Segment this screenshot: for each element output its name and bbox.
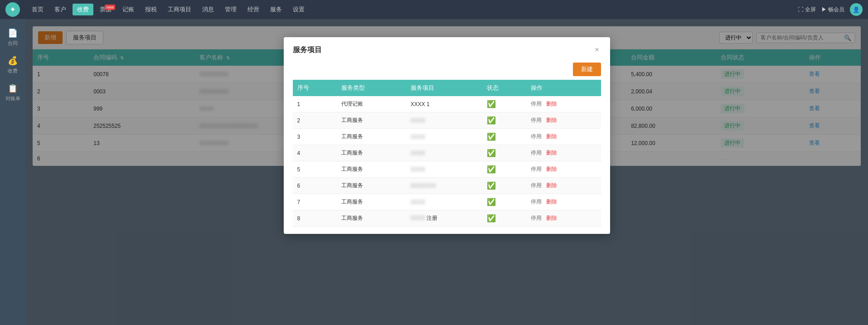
service-modal: 服务项目 × 新建 序号 服务类型 服务项目 状态 <box>284 37 610 234</box>
modal-cell-status: ✅ <box>482 145 527 161</box>
nav-operation[interactable]: 经营 <box>243 4 264 15</box>
modal-cell-type: 工商服务 <box>337 129 406 145</box>
sidebar-item-statement[interactable]: 📋 对账单 <box>0 80 25 106</box>
layout: 📄 合同 💰 收费 📋 对账单 新增 服务项目 进行中 已完成 已取消 <box>0 19 868 325</box>
stop-button[interactable]: 停用 <box>531 199 542 205</box>
stop-button[interactable]: 停用 <box>531 117 542 123</box>
delete-button[interactable]: 删除 <box>546 215 557 221</box>
nav-manage[interactable]: 管理 <box>220 4 241 15</box>
delete-button[interactable]: 删除 <box>546 101 557 107</box>
stop-button[interactable]: 停用 <box>531 215 542 221</box>
modal-cell-seq: 5 <box>293 161 337 178</box>
modal-col-type: 服务类型 <box>337 80 406 96</box>
nav-home[interactable]: 首页 <box>27 4 48 15</box>
modal-cell-item: XXXX 1 <box>406 96 482 112</box>
modal-cell-seq: 7 <box>293 194 337 210</box>
modal-cell-type: 代理记账 <box>337 96 406 112</box>
member-btn[interactable]: ▶ 畅会员 <box>821 6 844 14</box>
nav-items: 首页 客户 收费 票据new 记账 报税 工商项目 消息 管理 经营 服务 设置 <box>27 4 798 15</box>
new-badge: new <box>105 5 115 10</box>
modal-table-row: 8 工商服务 XXXX 注册 ✅ 停用 删除 <box>293 210 601 227</box>
main-content: 新增 服务项目 进行中 已完成 已取消 🔍 <box>25 19 868 325</box>
delete-button[interactable]: 删除 <box>546 133 557 140</box>
modal-cell-action: 停用 删除 <box>526 112 601 129</box>
modal-cell-type: 工商服务 <box>337 112 406 129</box>
modal-table-row: 5 工商服务 XXXX ✅ 停用 删除 <box>293 161 601 178</box>
modal-new-button[interactable]: 新建 <box>573 63 601 76</box>
nav-bizproject[interactable]: 工商项目 <box>163 4 196 15</box>
modal-cell-status: ✅ <box>482 178 527 194</box>
modal-cell-item: XXXX <box>406 129 482 145</box>
modal-table-row: 3 工商服务 XXXX ✅ 停用 删除 <box>293 129 601 145</box>
nav-right: ⛶ 全屏 ▶ 畅会员 👤 <box>798 3 863 16</box>
nav-client[interactable]: 客户 <box>50 4 71 15</box>
delete-button[interactable]: 删除 <box>546 117 557 123</box>
modal-cell-item: XXXX <box>406 161 482 178</box>
nav-service[interactable]: 服务 <box>266 4 286 15</box>
modal-toolbar: 新建 <box>284 59 610 80</box>
contract-icon: 📄 <box>8 28 18 38</box>
modal-col-seq: 序号 <box>293 80 337 96</box>
stop-button[interactable]: 停用 <box>531 150 542 156</box>
stop-button[interactable]: 停用 <box>531 166 542 172</box>
modal-col-item: 服务项目 <box>406 80 482 96</box>
modal-cell-type: 工商服务 <box>337 145 406 161</box>
modal-cell-item: XXXXXXX <box>406 178 482 194</box>
nav-settings[interactable]: 设置 <box>288 4 309 15</box>
modal-cell-action: 停用 删除 <box>526 178 601 194</box>
sidebar-item-contract[interactable]: 📄 合同 <box>0 24 25 50</box>
app-logo: ✦ <box>5 2 20 17</box>
modal-body: 序号 服务类型 服务项目 状态 操作 1 代理记账 XXXX 1 ✅ 停用 删除 <box>284 80 610 234</box>
delete-button[interactable]: 删除 <box>546 182 557 189</box>
delete-button[interactable]: 删除 <box>546 166 557 172</box>
stop-button[interactable]: 停用 <box>531 182 542 189</box>
stop-button[interactable]: 停用 <box>531 101 542 107</box>
nav-tax[interactable]: 报税 <box>141 4 161 15</box>
modal-cell-seq: 3 <box>293 129 337 145</box>
service-items-table: 序号 服务类型 服务项目 状态 操作 1 代理记账 XXXX 1 ✅ 停用 删除 <box>293 80 601 227</box>
modal-cell-type: 工商服务 <box>337 194 406 210</box>
modal-cell-type: 工商服务 <box>337 161 406 178</box>
modal-cell-item: XXXX <box>406 194 482 210</box>
modal-cell-status: ✅ <box>482 194 527 210</box>
billing-icon: 💰 <box>8 56 18 66</box>
stop-button[interactable]: 停用 <box>531 133 542 140</box>
sidebar-item-billing[interactable]: 💰 收费 <box>0 52 25 78</box>
modal-table-row: 7 工商服务 XXXX ✅ 停用 删除 <box>293 194 601 210</box>
modal-cell-item: XXXX <box>406 112 482 129</box>
modal-cell-action: 停用 删除 <box>526 96 601 112</box>
sidebar-label-contract: 合同 <box>8 40 18 47</box>
modal-table-row: 6 工商服务 XXXXXXX ✅ 停用 删除 <box>293 178 601 194</box>
modal-cell-item: XXXX 注册 <box>406 210 482 227</box>
modal-cell-action: 停用 删除 <box>526 194 601 210</box>
modal-cell-action: 停用 删除 <box>526 145 601 161</box>
sidebar: 📄 合同 💰 收费 📋 对账单 <box>0 19 25 325</box>
modal-cell-seq: 4 <box>293 145 337 161</box>
modal-header: 服务项目 × <box>284 37 610 59</box>
statement-icon: 📋 <box>8 83 18 93</box>
modal-cell-type: 工商服务 <box>337 210 406 227</box>
nav-billing[interactable]: 收费 <box>73 4 93 15</box>
modal-cell-action: 停用 删除 <box>526 161 601 178</box>
modal-cell-seq: 6 <box>293 178 337 194</box>
delete-button[interactable]: 删除 <box>546 150 557 156</box>
top-nav: ✦ 首页 客户 收费 票据new 记账 报税 工商项目 消息 管理 经营 服务 … <box>0 0 868 19</box>
nav-bookkeeping[interactable]: 记账 <box>118 4 139 15</box>
modal-col-status: 状态 <box>482 80 527 96</box>
avatar[interactable]: 👤 <box>850 3 863 16</box>
modal-table-row: 2 工商服务 XXXX ✅ 停用 删除 <box>293 112 601 129</box>
modal-close-button[interactable]: × <box>593 44 601 55</box>
nav-invoice[interactable]: 票据new <box>95 4 116 15</box>
sidebar-label-statement: 对账单 <box>5 95 20 102</box>
modal-col-action: 操作 <box>526 80 601 96</box>
modal-overlay: 服务项目 × 新建 序号 服务类型 服务项目 状态 <box>25 19 868 325</box>
modal-cell-status: ✅ <box>482 161 527 178</box>
modal-table-row: 4 工商服务 XXXX ✅ 停用 删除 <box>293 145 601 161</box>
delete-button[interactable]: 删除 <box>546 199 557 205</box>
fullscreen-btn[interactable]: ⛶ 全屏 <box>798 6 815 14</box>
modal-cell-action: 停用 删除 <box>526 129 601 145</box>
modal-cell-action: 停用 删除 <box>526 210 601 227</box>
nav-message[interactable]: 消息 <box>198 4 218 15</box>
modal-cell-status: ✅ <box>482 129 527 145</box>
modal-cell-item: XXXX <box>406 145 482 161</box>
